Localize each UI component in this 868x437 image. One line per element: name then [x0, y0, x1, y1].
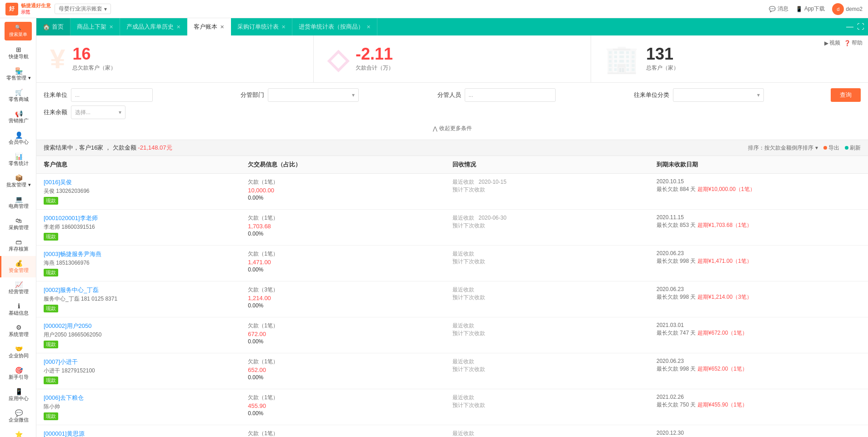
due-date: 2020.10.15	[657, 178, 861, 185]
customer-name-link[interactable]: [0003]畅捷服务尹海燕	[44, 250, 248, 258]
sidebar-item-dianshang[interactable]: 💻 电商管理	[0, 192, 36, 213]
brand-name: 畅捷通好生意 示范	[21, 2, 51, 15]
sidebar-item-pifa[interactable]: 📦 批发管理 ▾	[0, 171, 36, 192]
recovery-label: 最近收款 2020-06-30	[452, 214, 657, 222]
overdue-link[interactable]: 超期¥1,471.00（1笔）	[697, 258, 752, 264]
close-icon[interactable]: ✕	[176, 24, 181, 30]
cell-customer: [0006]去下粮仓 陈小帅 现款	[44, 394, 248, 420]
top-bar-left: 好 畅捷通好生意 示范 母婴行业演示账套 ▾	[5, 2, 111, 15]
results-bar: 搜索结果中，客户16家 ， 欠款金额 -21,148.07元 排序：按欠款金额倒…	[36, 140, 868, 156]
user-profile[interactable]: d demo2	[832, 3, 863, 15]
table-row: [000001]黄思源 黄思源 13552700226 现款 欠款（1笔） 42…	[36, 425, 868, 437]
sidebar-item-xitong[interactable]: ⚙ 系统管理	[0, 320, 36, 342]
payment-tag: 现款	[44, 233, 58, 241]
refresh-button[interactable]: 刷新	[845, 144, 861, 152]
customer-name-link[interactable]: [0016]吴俊	[44, 178, 248, 186]
tab-prod-history[interactable]: 产成品入库单历史 ✕	[120, 18, 187, 35]
cell-debt: 欠款（1笔） 672.00 0.00%	[248, 322, 452, 345]
nav-icon: 🤝	[3, 345, 34, 352]
customer-phone: 陈小帅	[44, 403, 248, 411]
export-icon	[823, 146, 827, 150]
sidebar-item-caigou[interactable]: 🛍 采购管理	[0, 213, 36, 235]
close-icon[interactable]: ✕	[109, 24, 113, 30]
sidebar-item-chang[interactable]: ⭐ 畅会员	[0, 427, 36, 437]
due-date: 2020.11.15	[657, 214, 861, 221]
sidebar-item-shangcheng[interactable]: 🛒 零售商城	[0, 85, 36, 106]
overdue-link[interactable]: 超期¥10,000.00（1笔）	[697, 186, 755, 192]
customer-name-link[interactable]: [0001020001]李老师	[44, 214, 248, 222]
close-icon[interactable]: ✕	[220, 24, 224, 30]
debt-amount: 1,703.68	[248, 223, 452, 230]
sidebar-item-qiye2[interactable]: 💬 企业微信	[0, 406, 36, 427]
customer-name-link[interactable]: [0007]小进干	[44, 358, 248, 366]
customer-phone: 用户2050 18665062050	[44, 331, 248, 339]
stat-info-debt: 16 总欠款客户（家）	[72, 46, 116, 72]
message-icon: 💬	[769, 6, 776, 12]
overdue-link[interactable]: 超期¥652.00（1笔）	[697, 366, 748, 372]
overdue-link[interactable]: 超期¥1,214.00（3笔）	[697, 294, 752, 300]
unit-class-input[interactable]: ▾	[673, 88, 764, 102]
chevron-down-icon: ▾	[815, 145, 818, 151]
message-btn[interactable]: 💬 消息	[769, 5, 788, 13]
debt-count: 欠款（3笔）	[248, 286, 452, 294]
tab-purchase-stats[interactable]: 进货单统计表（按商品） ✕	[292, 18, 377, 35]
export-button[interactable]: 导出	[823, 144, 839, 152]
nav-icon: 🏪	[3, 67, 34, 75]
overdue-link[interactable]: 超期¥455.90（1笔）	[697, 402, 748, 408]
col-recovery: 回收情况	[452, 161, 657, 169]
sidebar-item-yingxiao[interactable]: 📢 营销推广	[0, 106, 36, 128]
sidebar-item-jingying[interactable]: 📈 经营管理	[0, 277, 36, 299]
sidebar-item-qiye[interactable]: 🤝 企业协同	[0, 342, 36, 363]
tab-expand-icon[interactable]: ⛶	[857, 23, 864, 31]
sidebar-item-huiyuan[interactable]: 👤 会员中心	[0, 128, 36, 149]
building-icon: 🏢	[605, 43, 639, 75]
cell-due: 2020.11.15 最长欠款 853 天 超期¥1,703.68（1笔）	[657, 214, 861, 229]
tab-minimize-icon[interactable]: —	[846, 23, 853, 31]
customer-name-link[interactable]: [0006]去下粮仓	[44, 394, 248, 402]
brand-icon: 好	[5, 3, 18, 15]
sidebar-item-kuaijie[interactable]: ⊞ 快捷导航	[0, 42, 36, 64]
balance-input[interactable]: 选择... ▾	[71, 105, 125, 119]
sidebar-item-lingshou[interactable]: 🏪 零售管理 ▾	[0, 64, 36, 85]
customer-name-link[interactable]: [0002]服务中心_丁磊	[44, 286, 248, 294]
sort-selector[interactable]: 排序：按欠款金额倒序排序 ▾	[748, 144, 818, 152]
next-payment: 预计下次收款	[452, 294, 657, 301]
person-input[interactable]: ...	[465, 88, 556, 102]
col-customer: 客户信息	[44, 161, 248, 169]
sidebar-item-zijin[interactable]: 💰 资金管理	[0, 256, 36, 277]
sidebar-item-xinshou[interactable]: 🎯 新手引导	[0, 363, 36, 384]
store-selector[interactable]: 母婴行业演示账套 ▾	[55, 4, 111, 14]
search-button[interactable]: 查询	[831, 88, 861, 102]
sidebar-item-yingyong[interactable]: 📱 应用中心	[0, 384, 36, 406]
close-icon[interactable]: ✕	[281, 24, 286, 30]
app-download-btn[interactable]: 📱 App下载	[796, 5, 825, 13]
from-unit-input[interactable]: ...	[71, 88, 153, 102]
overdue-link[interactable]: 超期¥1,703.68（1笔）	[697, 222, 752, 228]
customer-name-link[interactable]: [000002]用户2050	[44, 322, 248, 330]
sidebar-item-kucun[interactable]: 🗃 库存核算	[0, 235, 36, 256]
stat-info-amount: -2.11 欠款合计（万）	[356, 46, 394, 72]
sidebar-item-jichu[interactable]: ℹ 基础信息	[0, 299, 36, 320]
help-btn[interactable]: ❓ 帮助	[844, 39, 863, 47]
tab-customer-account[interactable]: 客户账本 ✕	[187, 18, 231, 35]
filter-row-2: 往来余额 选择... ▾	[44, 105, 861, 119]
sidebar-search[interactable]: 🔍 搜索菜单	[5, 22, 32, 40]
sidebar-item-tongji[interactable]: 📊 零售统计	[0, 149, 36, 171]
debt-amount: 652.00	[248, 367, 452, 373]
dept-input[interactable]: ▾	[268, 88, 359, 102]
customer-name-link[interactable]: [000001]黄思源	[44, 430, 248, 437]
diamond-icon: ◇	[327, 43, 348, 75]
debt-amount: 10,000.00	[248, 187, 452, 194]
tab-purchase-order[interactable]: 采购订单统计表 ✕	[231, 18, 292, 35]
collapse-button[interactable]: ⋀ 收起更多条件	[44, 123, 861, 134]
debt-amount-label: 欠款合计（万）	[356, 64, 394, 72]
cell-recovery: 最近收款 预计下次收款	[452, 430, 657, 437]
tab-product-off[interactable]: 商品上下架 ✕	[70, 18, 120, 35]
overdue-link[interactable]: 超期¥672.00（1笔）	[697, 330, 748, 336]
stat-debt-customers: ¥ 16 总欠款客户（家）	[36, 35, 314, 82]
video-btn[interactable]: ▶ 视频	[824, 39, 840, 47]
overdue-info: 最长欠款 884 天 超期¥10,000.00（1笔）	[657, 186, 861, 193]
unit-class-label: 往来单位分类	[634, 91, 669, 99]
tab-home[interactable]: 🏠 首页	[36, 18, 70, 35]
close-icon[interactable]: ✕	[366, 24, 371, 30]
